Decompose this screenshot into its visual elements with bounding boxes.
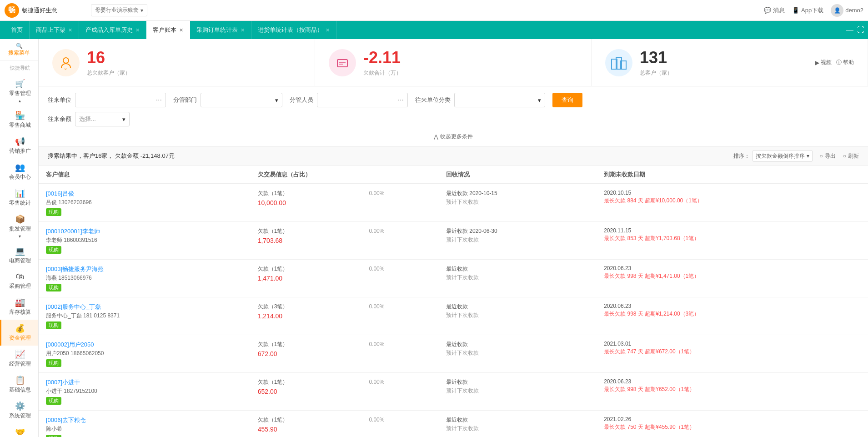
- sidebar-search[interactable]: 🔍 搜索菜单: [0, 39, 38, 61]
- sidebar-item-retail-stats[interactable]: 📊 零售统计: [0, 185, 38, 211]
- search-icon: 🔍: [3, 43, 35, 49]
- customer-tag: 现购: [46, 321, 61, 329]
- sidebar-item-marketing[interactable]: 📢 营销推广: [0, 133, 38, 159]
- tab-products-shelf[interactable]: 商品上下架 ✕: [30, 21, 79, 39]
- tab-purchase-summary[interactable]: 采购订单统计表 ✕: [190, 21, 251, 39]
- tab-close-icon[interactable]: ✕: [326, 27, 330, 33]
- collapse-btn[interactable]: ⋀ 收起更多条件: [48, 131, 859, 142]
- help-btn[interactable]: ⓘ 帮助: [836, 59, 854, 66]
- query-button[interactable]: 查询: [552, 93, 582, 107]
- customer-info-cell: [0016]吕俊 吕俊 13026203696 现购: [39, 184, 251, 222]
- overdue-link[interactable]: 超期¥1,214.00（3笔）: [645, 311, 699, 317]
- customer-code-link[interactable]: [0003]畅捷服务尹海燕: [46, 266, 104, 272]
- chevron-down-icon: ▾: [140, 7, 143, 14]
- sidebar-item-purchase[interactable]: 🛍 采购管理: [0, 268, 38, 294]
- chevron-up-icon: ⋀: [434, 134, 438, 140]
- sidebar-item-basic-info[interactable]: 📋 基础信息: [0, 372, 38, 397]
- sidebar-item-member-center[interactable]: 👥 会员中心: [0, 159, 38, 185]
- sidebar-item-retail-mgmt[interactable]: 🛒 零售管理 ▴: [0, 75, 38, 107]
- tab-close-icon[interactable]: ✕: [179, 27, 183, 33]
- debt-amount[interactable]: 652.00: [258, 388, 277, 395]
- sidebar-item-batch-mgmt[interactable]: 📦 批发管理 ▾: [0, 211, 38, 242]
- customer-info-cell: [0007]小进干 小进干 18279152100 现购: [39, 373, 251, 411]
- stats-icon: 📊: [15, 188, 25, 198]
- customer-code-link[interactable]: [0002]服务中心_丁磊: [46, 303, 101, 310]
- user-profile-btn[interactable]: 👤 demo2: [831, 4, 863, 17]
- sidebar-item-enterprise-coop[interactable]: 🤝 企业协同: [0, 423, 38, 437]
- tab-close-icon[interactable]: ✕: [241, 27, 245, 33]
- next-collection: 预计下次收款: [446, 349, 589, 357]
- tab-home[interactable]: 首页: [5, 21, 30, 39]
- customer-contact: 陈小希: [46, 425, 243, 433]
- next-collection: 预计下次收款: [446, 274, 589, 281]
- sort-select[interactable]: 按欠款金额倒序排序 ▾: [753, 150, 813, 162]
- debt-amount[interactable]: 1,471.00: [258, 275, 283, 282]
- export-icon: ○: [820, 153, 823, 159]
- dept-select[interactable]: ▾: [201, 93, 282, 107]
- unit-category-select[interactable]: ▾: [454, 93, 545, 107]
- customer-code-link[interactable]: [0006]去下粮仓: [46, 417, 86, 423]
- results-actions: 排序： 按欠款金额倒序排序 ▾ ○ 导出 ○ 刷新: [733, 150, 859, 162]
- play-icon: ▶: [815, 60, 819, 66]
- overdue-link[interactable]: 超期¥652.00（1笔）: [645, 386, 695, 392]
- tab-customer-account[interactable]: 客户账本 ✕: [146, 21, 190, 39]
- coop-icon: 🤝: [15, 427, 25, 437]
- overdue-link[interactable]: 超期¥1,471.00（1笔）: [645, 273, 699, 279]
- tab-close-icon[interactable]: ✕: [135, 27, 140, 33]
- tab-close-icon[interactable]: ✕: [68, 27, 72, 33]
- debt-customers-icon: ¥: [52, 49, 80, 76]
- message-btn[interactable]: 💬 消息: [764, 6, 785, 15]
- export-btn[interactable]: ○ 导出: [820, 152, 836, 160]
- customer-info-cell: [0002]服务中心_丁磊 服务中心_丁磊 181 0125 8371 现购: [39, 297, 251, 335]
- retail-mgmt-icon: 🛒: [15, 79, 25, 89]
- sidebar-item-operations[interactable]: 📈 经营管理: [0, 346, 38, 372]
- overdue-link[interactable]: 超期¥1,703.68（1笔）: [645, 235, 699, 241]
- tab-minimize-icon[interactable]: —: [846, 26, 853, 34]
- source-unit-input[interactable]: ···: [75, 93, 166, 107]
- customer-code-link[interactable]: [000002]用户2050: [46, 341, 94, 348]
- stat-card-debt-customers: ¥ 16 总欠款客户（家）: [39, 39, 315, 86]
- debt-amount[interactable]: 1,214.00: [258, 312, 283, 320]
- sidebar-item-finance[interactable]: 💰 资金管理: [0, 320, 38, 346]
- tab-expand-icon[interactable]: ⛶: [857, 26, 864, 34]
- sidebar-item-system[interactable]: ⚙️ 系统管理: [0, 397, 38, 423]
- more-icon[interactable]: ···: [156, 96, 162, 104]
- debt-amount[interactable]: 672.00: [258, 350, 277, 357]
- manager-input[interactable]: ···: [317, 93, 408, 107]
- video-btn[interactable]: ▶ 视频: [815, 59, 832, 66]
- overdue-link[interactable]: 超期¥10,000.00（1笔）: [645, 197, 702, 204]
- balance-select[interactable]: 选择... ▾: [75, 112, 130, 126]
- chevron-down-icon: ▾: [538, 97, 541, 104]
- overdue-link[interactable]: 超期¥455.90（1笔）: [645, 424, 695, 430]
- basic-info-icon: 📋: [15, 375, 25, 385]
- debt-total-icon: [329, 49, 356, 76]
- debt-percent: 0.00%: [369, 303, 384, 310]
- debt-info-cell: 欠款（1笔） 455.90: [251, 411, 358, 437]
- debt-amount[interactable]: 1,703.68: [258, 237, 283, 244]
- customer-tag: 现购: [46, 435, 61, 437]
- debt-info-cell: 欠款（1笔） 1,471.00: [251, 260, 358, 297]
- tab-inbound-summary[interactable]: 进货单统计表（按商品） ✕: [251, 21, 336, 39]
- app-download-btn[interactable]: 📱 App下载: [792, 6, 823, 15]
- operations-icon: 📈: [15, 349, 25, 359]
- sidebar-item-retail-mall[interactable]: 🏪 零售商城: [0, 107, 38, 133]
- debt-total-value: -2.11: [363, 48, 401, 67]
- sidebar-item-inventory[interactable]: 🏭 库存核算: [0, 294, 38, 320]
- logo-area: 畅 畅捷通好生意: [5, 3, 86, 18]
- brand-selector[interactable]: 母婴行业演示账套 ▾: [91, 4, 147, 16]
- sidebar-item-ecommerce[interactable]: 💻 电商管理: [0, 242, 38, 268]
- debt-amount[interactable]: 10,000.00: [258, 199, 286, 206]
- customer-code-link[interactable]: [0001020001]李老师: [46, 228, 100, 235]
- refresh-btn[interactable]: ○ 刷新: [843, 152, 859, 160]
- debt-amount[interactable]: 455.90: [258, 426, 277, 433]
- debt-total-label: 欠款合计（万）: [363, 69, 401, 77]
- overdue-link[interactable]: 超期¥672.00（1笔）: [645, 348, 695, 355]
- customer-code-link[interactable]: [0016]吕俊: [46, 190, 74, 197]
- top-bar: 畅 畅捷通好生意 母婴行业演示账套 ▾ 💬 消息 📱 App下载 👤 demo2: [0, 0, 868, 21]
- stat-card-actions: ▶ 视频 ⓘ 帮助: [815, 59, 854, 66]
- col-customer-info: 客户信息: [39, 166, 251, 184]
- help-icon: ⓘ: [836, 59, 842, 66]
- tab-products-history[interactable]: 产成品入库单历史 ✕: [79, 21, 146, 39]
- more-icon[interactable]: ···: [398, 96, 404, 104]
- customer-code-link[interactable]: [0007]小进干: [46, 379, 80, 386]
